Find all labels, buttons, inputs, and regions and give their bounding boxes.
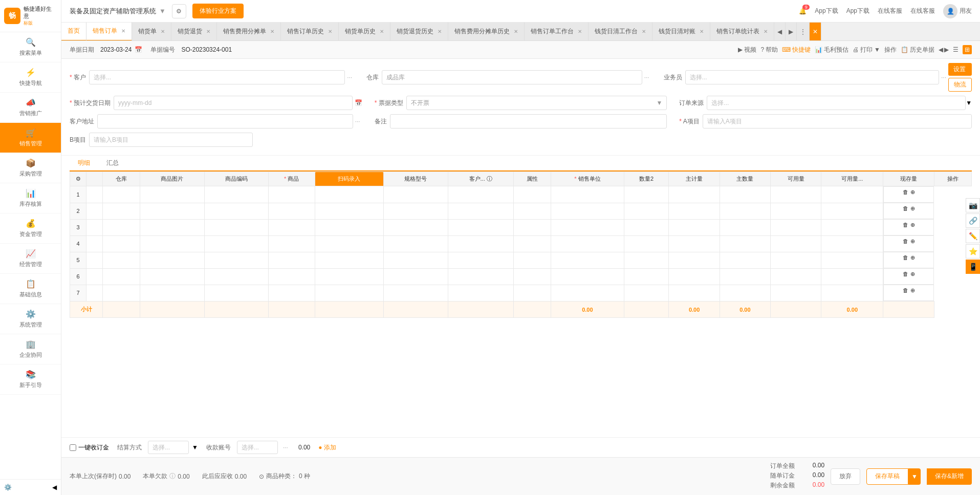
tab-cash-reconcile[interactable]: 钱货日清对账✕	[652, 23, 710, 41]
tab-close-icon[interactable]: ✕	[328, 29, 332, 34]
sidebar-item-operation[interactable]: 📈 经营管理	[0, 244, 61, 274]
copy-icon[interactable]: ⊕	[910, 205, 915, 217]
list-view-btn[interactable]: ☰	[953, 46, 959, 53]
settings-icon[interactable]: ⚙️	[4, 484, 12, 491]
print-btn[interactable]: 🖨打印▼	[853, 46, 880, 54]
tab-close-icon[interactable]: ✕	[270, 29, 274, 34]
copy-icon[interactable]: ⊕	[910, 222, 915, 233]
row-product-img[interactable]	[103, 186, 140, 203]
sidebar-item-finance[interactable]: 💰 资金管理	[0, 213, 61, 244]
table-scroll[interactable]: ⚙ 仓库 商品图片 商品编码 商品 扫码录入 规格型号 客户... ⓘ 属性 销…	[70, 171, 972, 437]
row-action-btns[interactable]: 🗑⊕	[883, 235, 934, 252]
row-action-btns[interactable]: 🗑⊕	[883, 203, 934, 219]
delete-icon[interactable]: 🗑	[903, 222, 908, 233]
delete-icon[interactable]: 🗑	[903, 271, 908, 282]
grid-view-btn[interactable]: ⊞	[963, 45, 972, 54]
th-main-unit[interactable]: 主计量	[669, 172, 720, 186]
salesperson-more-btn[interactable]: ···	[939, 74, 948, 81]
sidebar-item-enterprise[interactable]: 🏢 企业协同	[0, 334, 61, 364]
copy-icon[interactable]: ⊕	[910, 189, 915, 200]
next-record-btn[interactable]: ▶	[944, 46, 949, 53]
tab-close-icon[interactable]: ✕	[642, 29, 646, 34]
account-more-btn[interactable]: ···	[281, 444, 290, 451]
copy-icon[interactable]: ⊕	[910, 287, 915, 298]
quick-payment-check[interactable]: 一键收订金	[70, 443, 109, 452]
tab-close-icon[interactable]: ✕	[578, 29, 582, 34]
sidebar-item-sales[interactable]: 🛒 销售管理	[0, 123, 61, 153]
settings-button[interactable]: ⚙	[172, 4, 186, 18]
warehouse-input[interactable]: 成品库	[382, 70, 642, 84]
row-action-btns[interactable]: 🗑⊕	[883, 252, 934, 268]
tab-close-icon[interactable]: ✕	[121, 28, 125, 34]
th-spec[interactable]: 规格型号	[384, 172, 448, 186]
th-available-more[interactable]: 可用量...	[821, 172, 883, 186]
payment-dropdown-icon[interactable]: ▼	[192, 444, 198, 451]
row-product-code[interactable]	[140, 186, 204, 203]
row-scan[interactable]	[268, 186, 315, 203]
save-draft-dropdown-btn[interactable]: ▼	[908, 468, 921, 485]
order-source-input[interactable]: 选择...	[707, 96, 966, 110]
tab-cash-workbench[interactable]: 钱货日清工作台✕	[589, 23, 652, 41]
tab-close-icon[interactable]: ✕	[206, 29, 210, 34]
tab-menu-btn[interactable]: ⋮	[797, 23, 810, 41]
help-btn[interactable]: ?帮助	[760, 46, 778, 54]
th-customer-code[interactable]: 客户... ⓘ	[448, 172, 513, 186]
th-product-code[interactable]: 商品编码	[204, 172, 268, 186]
remark-input[interactable]	[390, 114, 667, 128]
float-btn-star[interactable]: ⭐	[966, 244, 980, 259]
calendar-icon[interactable]: 📅	[135, 46, 142, 53]
tab-sales-order[interactable]: 销售订单 ✕	[86, 23, 132, 41]
tab-sales-workbench[interactable]: 销售订单工作台✕	[525, 23, 589, 41]
float-btn-camera[interactable]: 📷	[966, 198, 980, 212]
sidebar-item-search[interactable]: 🔍 搜索菜单	[0, 32, 61, 62]
tab-close-icon[interactable]: ✕	[380, 29, 384, 34]
app-download-link[interactable]: App下载	[815, 7, 838, 15]
float-btn-link[interactable]: 🔗	[966, 213, 980, 228]
quick-payment-checkbox[interactable]	[70, 444, 76, 451]
info-icon[interactable]: ⓘ	[169, 472, 176, 481]
row-warehouse[interactable]	[86, 186, 103, 203]
online-service-link[interactable]: 在线客服	[878, 7, 902, 15]
row-available-more[interactable]	[771, 186, 821, 203]
dropdown-icon[interactable]: ▼	[159, 7, 166, 15]
row-available-qty[interactable]	[720, 186, 770, 203]
copy-icon[interactable]: ⊕	[910, 238, 915, 249]
save-new-button[interactable]: 保存&新增	[927, 468, 972, 485]
delete-icon[interactable]: 🗑	[903, 238, 908, 249]
tab-next-btn[interactable]: ▶	[786, 23, 797, 41]
row-product[interactable]	[204, 186, 268, 203]
row-warehouse[interactable]	[86, 203, 103, 219]
user-area[interactable]: 👤 用友	[943, 4, 972, 18]
tab-sales-stats[interactable]: 销售订单统计表✕	[710, 23, 774, 41]
prev-record-btn[interactable]: ◀	[939, 46, 943, 53]
row-action-btns[interactable]: 🗑⊕	[883, 285, 934, 301]
row-current-qty[interactable]	[821, 186, 883, 203]
tab-sales-fee-history[interactable]: 销售费用分摊单历史✕	[448, 23, 525, 41]
payment-method-input[interactable]: 选择...	[148, 441, 189, 454]
address-input[interactable]	[97, 114, 353, 128]
delete-icon[interactable]: 🗑	[903, 189, 908, 200]
th-current-qty[interactable]: 现存量	[883, 172, 934, 186]
settings-panel-btn[interactable]: 设置	[948, 63, 972, 76]
address-more-btn[interactable]: ···	[353, 118, 362, 125]
sidebar-item-inventory[interactable]: 📊 库存核算	[0, 183, 61, 213]
sidebar-item-quick-nav[interactable]: ⚡ 快捷导航	[0, 62, 61, 93]
profit-btn[interactable]: 📊毛利预估	[815, 46, 848, 54]
customer-input[interactable]: 选择...	[89, 70, 345, 84]
online-service-label[interactable]: 在线客服	[910, 7, 935, 15]
float-btn-edit[interactable]: ✏️	[966, 229, 980, 243]
app-download-label[interactable]: App下载	[846, 7, 869, 15]
account-input[interactable]: 选择...	[237, 441, 278, 454]
order-source-dropdown-icon[interactable]: ▼	[966, 99, 972, 106]
sidebar-item-marketing[interactable]: 📣 营销推广	[0, 93, 61, 123]
float-btn-mobile[interactable]: 📱	[966, 260, 980, 274]
operation-btn[interactable]: 操作	[884, 46, 897, 54]
row-action-btns[interactable]: 🗑⊕	[883, 268, 934, 285]
discard-button[interactable]: 放弃	[831, 468, 860, 485]
delete-icon[interactable]: 🗑	[903, 254, 908, 266]
tab-sales-order-history[interactable]: 销售订单历史✕	[281, 23, 339, 41]
delivery-calendar-icon[interactable]: 📅	[355, 99, 362, 106]
tab-close-icon[interactable]: ✕	[438, 29, 442, 34]
invoice-dropdown-icon[interactable]: ▼	[656, 99, 662, 106]
salesperson-input[interactable]: 选择...	[685, 70, 939, 84]
